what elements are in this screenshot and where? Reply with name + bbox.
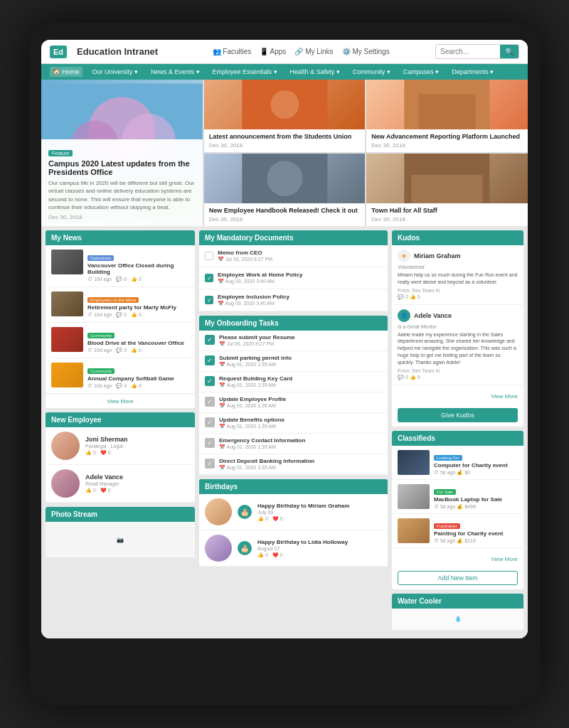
kudos-view-more[interactable]: View More <box>491 393 518 400</box>
hero-card-date-1: Dec 30, 2018 <box>209 142 361 149</box>
hero-section: Feature Campus 2020 Latest updates from … <box>41 80 528 226</box>
news-view-more[interactable]: View More <box>46 394 195 408</box>
nav-health[interactable]: Health & Safety ▾ <box>287 67 343 77</box>
bday-likes-2: 👍 0 <box>257 552 268 558</box>
classified-meta-1: ⏱ 5d ago 💰 $0 <box>434 470 508 476</box>
news-badge-4: Community <box>87 368 115 374</box>
photo-stream-card: Photo Stream 📷 <box>46 507 195 557</box>
task-item-2[interactable]: ✓ Submit parking permit info 📅 Aug 01, 2… <box>199 351 388 372</box>
search-box: 🔍 <box>435 44 519 59</box>
my-news-card: My News Operations Vancouver Office Clos… <box>46 230 195 408</box>
nav-employee[interactable]: Employee Essentials ▾ <box>210 67 280 77</box>
hero-card-image-4 <box>366 154 528 203</box>
hero-main-date: Dec 30, 2018 <box>48 214 196 220</box>
search-button[interactable]: 🔍 <box>500 45 519 58</box>
employee-item-1[interactable]: Joni Sherman Paralegal - Legal 👍 0❤️ 0 <box>46 427 195 465</box>
kudos-role-2: Is a Great Mentor <box>398 324 518 329</box>
task-title-4: Update Employee Profile <box>219 396 286 402</box>
classified-item-1[interactable]: Looking For Computer for Charity event ⏱… <box>392 446 523 480</box>
emp-avatar-2 <box>51 469 80 498</box>
classified-meta-2: ⏱ 5d ago 💰 $499 <box>434 504 502 510</box>
kudos-from-2: From: Dev Team hi <box>398 368 518 373</box>
nav-mylinks[interactable]: 🔗 My Links <box>294 48 333 55</box>
photo-stream-content: 📷 <box>117 537 124 543</box>
nav-departments[interactable]: Departments ▾ <box>449 67 496 77</box>
hero-card-title-2: New Advancement Reporting Platform Launc… <box>371 133 523 140</box>
task-item-4[interactable]: ✓ Update Employee Profile 📅 Aug 01, 2020… <box>199 392 388 413</box>
news-item-1[interactable]: Operations Vancouver Office Closed durin… <box>46 245 195 287</box>
hero-main-desc: Our campus life in 2020 will be differen… <box>48 179 196 211</box>
task-date-1: 📅 Jul 06, 2020 8:27 PM <box>219 341 295 347</box>
classified-item-2[interactable]: For Sale MacBook Laptop for Sale ⏱ 5d ag… <box>392 480 523 514</box>
doc-title-3: Employee Inclusion Policy <box>218 294 289 300</box>
classifieds-view-more[interactable]: View More <box>491 556 518 562</box>
hero-main[interactable]: Feature Campus 2020 Latest updates from … <box>41 80 203 226</box>
kudos-star-1: ★ <box>398 250 410 262</box>
news-likes-3: 👍 0 <box>131 348 142 353</box>
classified-badge-1: Looking For <box>434 455 462 461</box>
task-item-6[interactable]: ✓ Emergency Contact Information 📅 Aug 01… <box>199 434 388 454</box>
news-item-2[interactable]: Employees on the Move Retirement party f… <box>46 287 195 323</box>
doc-check-2: ✓ <box>205 274 213 282</box>
birthday-item-1[interactable]: 🎂 Happy Birthday to Miriam Graham July 0… <box>199 494 388 530</box>
hero-card-title-1: Latest announcement from the Students Un… <box>209 133 361 140</box>
search-input[interactable] <box>436 46 500 58</box>
doc-title-2: Employee Work at Home Policy <box>218 272 302 278</box>
nav-university[interactable]: Our University ▾ <box>90 67 142 77</box>
nav-home[interactable]: 🏠 Home <box>50 67 83 77</box>
news-comments-3: 💬 0 <box>116 348 127 353</box>
nav-news[interactable]: News & Events ▾ <box>148 67 203 77</box>
news-time-4: ⏱ 10d ago <box>87 383 112 389</box>
employee-item-2[interactable]: Adele Vance Retail Manager 👍 0❤️ 0 <box>46 465 195 503</box>
nav-community[interactable]: Community ▾ <box>350 67 393 77</box>
doc-check-1 <box>205 252 213 260</box>
birthday-cake-2: 🎂 <box>238 541 252 555</box>
bday-likes-1: 👍 0 <box>257 516 268 522</box>
news-title-2: Retirement party for Marty McFly <box>87 304 176 311</box>
emp-role-1: Paralegal - Legal <box>85 444 128 449</box>
news-time-1: ⏱ 10d ago <box>87 277 112 282</box>
task-check-5: ✓ <box>205 417 215 427</box>
news-thumb-4 <box>51 363 83 387</box>
task-item-5[interactable]: ✓ Update Benefits options 📅 Aug 01, 2020… <box>199 413 388 434</box>
hero-card-date-2: Dec 30, 2018 <box>371 142 523 149</box>
task-date-5: 📅 Aug 01, 2020 1:35 AM <box>219 424 284 429</box>
onboarding-tasks-header: My Onboarding Tasks <box>199 316 388 331</box>
hero-card-title-4: Town Hall for All Staff <box>371 207 523 214</box>
kudos-text-2: Adele made my experience starting in the… <box>398 331 518 366</box>
hero-card-date-4: Dec 30, 2018 <box>371 216 523 223</box>
hero-card-4[interactable]: Town Hall for All Staff Dec 30, 2018 <box>366 154 528 226</box>
doc-item-2[interactable]: ✓ Employee Work at Home Policy 📅 Aug 03,… <box>199 267 388 289</box>
classified-img-3 <box>398 518 430 543</box>
task-item-3[interactable]: ✓ Request Building Key Card 📅 Aug 01, 20… <box>199 372 388 392</box>
onboarding-tasks-card: My Onboarding Tasks ✓ Please submit your… <box>199 316 388 475</box>
nav-faculties[interactable]: 👥 Faculties <box>213 48 252 55</box>
doc-item-3[interactable]: ✓ Employee Inclusion Policy 📅 Aug 03, 20… <box>199 289 388 311</box>
hero-card-1[interactable]: Latest announcement from the Students Un… <box>204 80 366 152</box>
birthday-item-2[interactable]: 🎂 Happy Birthday to Lidia Holloway Augus… <box>199 530 388 567</box>
task-check-7: ✓ <box>205 459 215 469</box>
hero-card-date-3: Dec 30, 2018 <box>209 216 361 223</box>
add-new-button[interactable]: Add New Item <box>398 571 518 585</box>
nav-apps[interactable]: 📱 Apps <box>260 48 286 55</box>
birthday-avatar-1 <box>205 498 232 525</box>
nav-settings[interactable]: ⚙️ My Settings <box>342 48 390 55</box>
svg-rect-9 <box>419 94 476 129</box>
bday-heart-2: ❤️ 0 <box>272 552 283 558</box>
classified-item-3[interactable]: Fundraiser Painting for Charity event ⏱ … <box>392 514 523 548</box>
news-comments-1: 💬 0 <box>116 277 127 282</box>
doc-item-1[interactable]: Memo from CEO 📅 Jul 06, 2020 8:27 PM <box>199 245 388 267</box>
nav-campuses[interactable]: Campuses ▾ <box>400 67 442 77</box>
news-item-4[interactable]: Community Annual Company Softball Game ⏱… <box>46 358 195 394</box>
task-item-1[interactable]: ✓ Please submit your Resume 📅 Jul 06, 20… <box>199 331 388 351</box>
give-kudos-button[interactable]: Give Kudos <box>398 408 518 422</box>
hero-main-title: Campus 2020 Latest updates from the Pres… <box>48 159 196 176</box>
hero-card-2[interactable]: New Advancement Reporting Platform Launc… <box>366 80 528 152</box>
kudos-card: Kudos ★ Miriam Graham Volunteered Miriam… <box>392 230 523 427</box>
hero-card-3[interactable]: New Employee Handbook Released! Check it… <box>204 154 366 226</box>
my-news-header: My News <box>46 230 195 245</box>
task-item-7[interactable]: ✓ Direct Deposit Banking Information 📅 A… <box>199 454 388 475</box>
news-time-3: ⏱ 10d ago <box>87 348 112 353</box>
emp-likes-1: 👍 0 <box>85 450 96 456</box>
news-item-3[interactable]: Community Blood Drive at the Vancouver O… <box>46 323 195 358</box>
